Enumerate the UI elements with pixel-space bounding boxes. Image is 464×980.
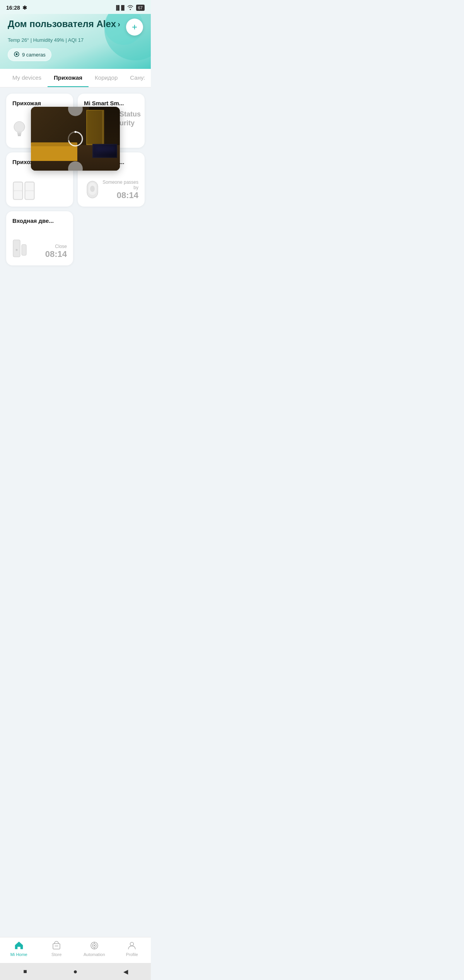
tab-prikhojaya[interactable]: Прихожая (48, 69, 89, 87)
home-title-chevron: › (118, 20, 120, 29)
tabs-row: My devices Прихожая Коридор Санузе... (6, 69, 145, 87)
status-right: ▐▌█ 67 (114, 5, 145, 11)
devices-grid: Прихожая Mi Smart Sm... Status urity (0, 87, 151, 272)
svg-point-20 (75, 131, 77, 133)
motion-icon-area (84, 180, 101, 200)
tab-my-devices[interactable]: My devices (6, 69, 48, 87)
svg-rect-16 (22, 245, 26, 255)
page-wrapper: 16:28 ✱ ▐▌█ 67 Дом пользователя Alex (0, 0, 151, 318)
tab-sanuzel[interactable]: Санузе... (124, 69, 145, 87)
device-card-door-title: Входная две... (12, 217, 67, 224)
switch-icon (12, 181, 36, 200)
status-bar: 16:28 ✱ ▐▌█ 67 (0, 0, 151, 14)
wifi-icon (127, 5, 134, 11)
cameras-count-text: 9 cameras (22, 52, 46, 58)
add-button[interactable]: + (126, 19, 143, 36)
door-sensor-status: Close 08:14 (45, 244, 67, 259)
security-status: Status urity (119, 110, 141, 128)
home-subtitle: Temp 26° | Humidity 49% | AQI 17 (8, 37, 143, 43)
content-area: Прихожая Mi Smart Sm... Status urity (0, 87, 151, 318)
bluetooth-icon: ✱ (22, 5, 27, 11)
device-card-door[interactable]: Входная две... Close 08:14 (6, 211, 73, 265)
svg-rect-15 (13, 240, 20, 257)
svg-rect-7 (14, 183, 22, 190)
svg-point-14 (90, 186, 95, 192)
tab-koridor[interactable]: Коридор (89, 69, 124, 87)
cameras-badge[interactable]: 9 cameras (8, 48, 51, 61)
bulb-icon (12, 118, 26, 142)
camera-icon (14, 51, 20, 58)
camera-preview-popup[interactable] (31, 107, 120, 171)
device-card-title: Прихожая (12, 100, 67, 106)
header: Дом пользователя Alex › + Temp 26° | Hum… (0, 14, 151, 69)
svg-rect-8 (14, 191, 22, 199)
svg-rect-3 (17, 132, 22, 133)
motion-sensor-icon (84, 180, 101, 200)
svg-rect-11 (26, 191, 34, 199)
svg-point-2 (14, 121, 25, 132)
svg-rect-10 (26, 183, 34, 190)
door-sensor-icon (12, 239, 29, 259)
device-card-camera-title: Mi Smart Sm... (84, 100, 138, 106)
svg-point-17 (16, 249, 18, 251)
time-display: 16:28 (6, 5, 20, 11)
status-left: 16:28 ✱ (6, 5, 27, 11)
home-title[interactable]: Дом пользователя Alex › (8, 19, 120, 29)
motion-sensor-status: Someone passes by 08:14 (101, 180, 138, 200)
tabs-container: My devices Прихожая Коридор Санузе... (0, 69, 151, 87)
battery-indicator: 67 (136, 5, 145, 11)
svg-rect-4 (17, 133, 21, 135)
home-title-text: Дом пользователя Alex (8, 19, 116, 29)
signal-icon: ▐▌█ (114, 5, 125, 10)
svg-rect-5 (18, 135, 21, 136)
door-sensor-icon-area (12, 239, 45, 259)
svg-point-1 (16, 53, 18, 55)
header-title-row: Дом пользователя Alex › + (8, 19, 143, 36)
camera-progress-ring (66, 130, 85, 148)
